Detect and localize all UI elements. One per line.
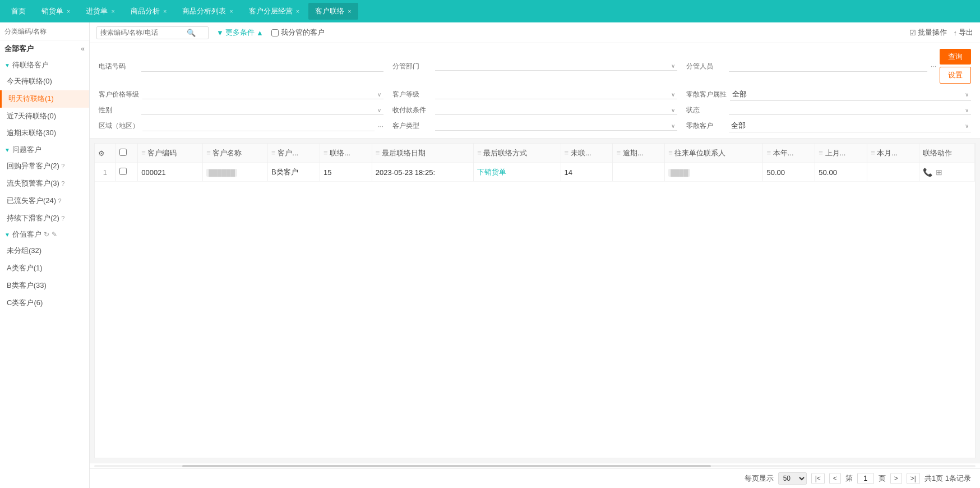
filter-status-select[interactable]: ∨ <box>729 106 971 115</box>
row-not-contacted: 14 <box>561 163 613 182</box>
region-more-icon[interactable]: ··· <box>378 122 383 130</box>
row-checkbox[interactable] <box>119 168 127 175</box>
next-page-btn[interactable]: > <box>890 473 902 484</box>
select-all-checkbox[interactable] <box>119 149 127 156</box>
nav-customer-segment[interactable]: 客户分层经营 × <box>242 3 306 20</box>
close-sales-order-icon[interactable]: × <box>67 8 70 15</box>
filter-gender-select[interactable]: ∨ <box>141 106 383 115</box>
col-last-contact-method[interactable]: 最后联络方式 <box>474 144 561 163</box>
sidebar-item-week-pending[interactable]: 近7天待联络(0) <box>0 108 89 125</box>
help-icon-4[interactable]: ? <box>61 215 64 222</box>
sidebar-item-declining[interactable]: 持续下滑客户(2) ? <box>0 210 89 227</box>
col-contacts[interactable]: 联络... <box>320 144 372 163</box>
my-customers-checkbox-label[interactable]: 我分管的客户 <box>271 27 325 38</box>
page-label2: 页 <box>879 473 886 484</box>
col-contact-person[interactable]: 往来单位联系人 <box>665 144 763 163</box>
sidebar-item-tomorrow-pending[interactable]: 明天待联络(1) <box>0 90 89 108</box>
col-name[interactable]: 客户名称 <box>203 144 268 163</box>
pagination: 每页显示 50 10 20 100 |< < 第 页 > >| 共1页 1条记录 <box>90 468 980 488</box>
sidebar-item-class-b[interactable]: B类客户(33) <box>0 277 89 294</box>
col-settings[interactable]: ⚙ <box>95 144 115 163</box>
close-product-analysis-list-icon[interactable]: × <box>229 8 233 15</box>
row-this-year: 50.00 <box>763 163 815 182</box>
close-product-analysis-icon[interactable]: × <box>163 8 167 15</box>
sidebar-item-overdue-pending[interactable]: 逾期未联络(30) <box>0 125 89 142</box>
page-input[interactable] <box>857 473 874 484</box>
sidebar-item-today-pending[interactable]: 今天待联络(0) <box>0 73 89 90</box>
prev-page-btn[interactable]: < <box>829 473 841 484</box>
page-size-select[interactable]: 50 10 20 100 <box>778 472 807 485</box>
row-last-month: 50.00 <box>815 163 867 182</box>
nav-customer-contact[interactable]: 客户联络 × <box>308 3 358 20</box>
filter-customer-type-select[interactable]: ∨ <box>435 122 677 131</box>
collapse-icon[interactable]: « <box>81 45 85 53</box>
col-overdue[interactable]: 逾期... <box>613 144 665 163</box>
col-not-contacted[interactable]: 未联... <box>561 144 613 163</box>
col-type[interactable]: 客户... <box>268 144 320 163</box>
close-customer-contact-icon[interactable]: × <box>348 8 351 15</box>
row-checkbox-cell[interactable] <box>115 163 138 182</box>
filter-panel: 电话号码 分管部门 ∨ 分管人员 ··· <box>90 43 980 139</box>
filter-customer-level-select[interactable]: ∨ <box>435 90 677 99</box>
col-this-year[interactable]: 本年... <box>763 144 815 163</box>
action-phone-icon[interactable]: 📞 <box>923 168 932 177</box>
sidebar-item-churn-warning[interactable]: 流失预警客户(3) ? <box>0 175 89 192</box>
filter-retail-attr-select[interactable]: 全部 ∨ <box>730 88 971 101</box>
action-grid-icon[interactable]: ⊞ <box>936 168 942 177</box>
horizontal-scrollbar[interactable] <box>90 463 980 468</box>
close-customer-segment-icon[interactable]: × <box>296 8 299 15</box>
row-last-contact-method[interactable]: 下销货单 <box>474 163 561 182</box>
col-checkbox[interactable] <box>115 144 138 163</box>
col-last-contact-date[interactable]: 最后联络日期 <box>372 144 473 163</box>
help-icon-2[interactable]: ? <box>61 180 64 187</box>
top-nav: 首页 销货单 × 进货单 × 商品分析 × 商品分析列表 × 客户分层经营 × … <box>0 0 980 22</box>
batch-icon: ☑ <box>909 29 916 37</box>
nav-purchase-order[interactable]: 进货单 × <box>79 3 121 20</box>
sidebar-item-abnormal-repurchase[interactable]: 回购异常客户(2) ? <box>0 158 89 175</box>
last-contact-method-link[interactable]: 下销货单 <box>477 168 506 176</box>
sidebar-item-ungrouped[interactable]: 未分组(32) <box>0 242 89 260</box>
customers-table: ⚙ 客户编码 客户名称 客户... 联络... 最后联络日期 最后联络方式 未联… <box>95 144 975 182</box>
person-more-icon[interactable]: ··· <box>931 62 936 70</box>
col-action: 联络动作 <box>919 144 975 163</box>
sidebar-item-churned[interactable]: 已流失客户(24) ? <box>0 192 89 210</box>
nav-product-analysis[interactable]: 商品分析 × <box>124 3 173 20</box>
filter-icon: ▼ <box>216 29 224 37</box>
sidebar-item-class-a[interactable]: A类客户(1) <box>0 260 89 277</box>
help-icon-1[interactable]: ? <box>61 163 64 169</box>
close-purchase-order-icon[interactable]: × <box>111 8 114 15</box>
export-btn[interactable]: ↑ 导出 <box>954 27 974 38</box>
query-btn[interactable]: 查询 <box>940 49 971 65</box>
my-customers-checkbox[interactable] <box>271 29 279 36</box>
filter-dept-select[interactable]: ∨ <box>435 62 677 71</box>
nav-product-analysis-list[interactable]: 商品分析列表 × <box>175 3 239 20</box>
col-code[interactable]: 客户编码 <box>138 144 203 163</box>
toolbar-search-input[interactable] <box>100 29 184 36</box>
edit-icon[interactable]: ✎ <box>52 231 57 238</box>
nav-sales-order[interactable]: 销货单 × <box>35 3 77 20</box>
toolbar: 🔍 ▼ 更多条件 ▲ 我分管的客户 ☑ 批量操作 ↑ 导出 <box>90 22 980 43</box>
sidebar-search-input[interactable] <box>4 27 89 35</box>
more-filters-btn[interactable]: ▼ 更多条件 ▲ <box>213 26 267 39</box>
scroll-thumb[interactable] <box>182 465 711 467</box>
help-icon-3[interactable]: ? <box>58 197 61 204</box>
content-area: 🔍 ▼ 更多条件 ▲ 我分管的客户 ☑ 批量操作 ↑ 导出 <box>90 22 980 488</box>
setting-btn[interactable]: 设置 <box>940 67 971 84</box>
refresh-icon[interactable]: ↻ <box>44 231 49 238</box>
col-this-month[interactable]: 本月... <box>867 144 919 163</box>
sidebar-item-class-c[interactable]: C类客户(6) <box>0 294 89 312</box>
filter-region-input[interactable] <box>142 121 375 131</box>
last-page-btn[interactable]: >| <box>907 473 920 484</box>
filter-payment-select[interactable]: ∨ <box>435 106 677 115</box>
first-page-btn[interactable]: |< <box>811 473 825 484</box>
filter-phone-input[interactable] <box>141 61 383 72</box>
batch-op-btn[interactable]: ☑ 批量操作 <box>909 27 947 38</box>
col-last-month[interactable]: 上月... <box>815 144 867 163</box>
toolbar-search-icon[interactable]: 🔍 <box>187 29 196 37</box>
filter-person-input[interactable] <box>729 61 927 72</box>
nav-home[interactable]: 首页 <box>4 3 33 20</box>
filter-price-level-select[interactable]: ∨ <box>142 90 383 99</box>
customer-type-chevron-icon: ∨ <box>671 123 675 129</box>
filter-retail-select[interactable]: 全部 ∨ <box>729 119 971 132</box>
all-customers-header[interactable]: 全部客户 « <box>0 40 89 57</box>
